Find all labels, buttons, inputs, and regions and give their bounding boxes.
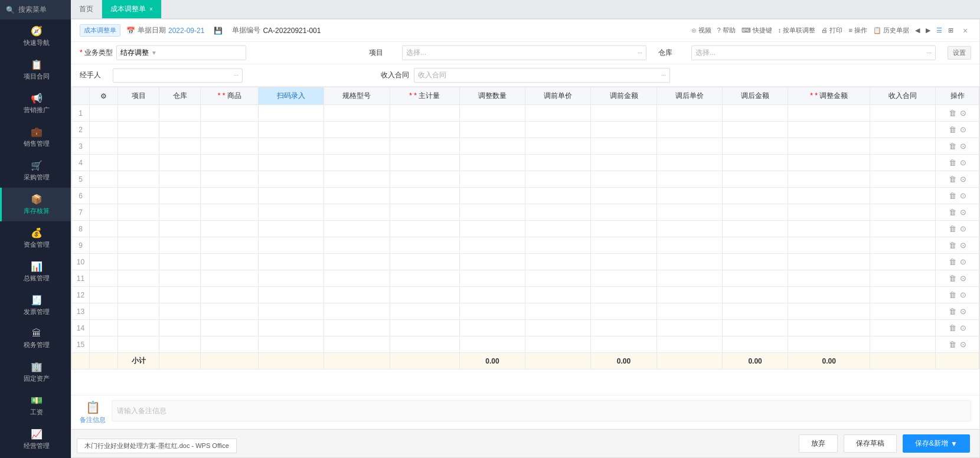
table-row[interactable]: 12 🗑 ⊙ bbox=[72, 287, 979, 303]
delete-icon-11[interactable]: 🗑 bbox=[949, 274, 956, 283]
cell-warehouse-3[interactable] bbox=[159, 138, 201, 155]
cell-scan-5[interactable] bbox=[258, 171, 324, 188]
copy-icon-11[interactable]: ⊙ bbox=[960, 274, 966, 283]
cell-unit-1[interactable] bbox=[390, 105, 459, 122]
cell-project-10[interactable] bbox=[117, 254, 159, 270]
sidebar-item-salary[interactable]: 💵工资 bbox=[0, 389, 71, 423]
copy-icon-1[interactable]: ⊙ bbox=[960, 109, 966, 117]
nav-next[interactable]: ▶ bbox=[926, 27, 930, 34]
cell-prev_unit_price-4[interactable] bbox=[525, 155, 591, 171]
cell-product-15[interactable] bbox=[201, 336, 259, 353]
cell-after_unit_price-11[interactable] bbox=[656, 270, 722, 287]
cell-spec-14[interactable] bbox=[324, 320, 390, 336]
sidebar-item-purchase-mgmt[interactable]: 🛒采购管理 bbox=[0, 154, 71, 188]
delete-icon-1[interactable]: 🗑 bbox=[949, 109, 956, 117]
cell-after_amount-5[interactable] bbox=[722, 171, 788, 188]
cell-settings-11[interactable] bbox=[90, 270, 118, 287]
cell-unit-6[interactable] bbox=[390, 188, 459, 204]
cell-product-6[interactable] bbox=[201, 188, 259, 204]
cell-after_amount-14[interactable] bbox=[722, 320, 788, 336]
cell-prev_amount-4[interactable] bbox=[591, 155, 656, 171]
cell-income_contract-8[interactable] bbox=[870, 221, 936, 237]
sidebar-item-project-contract[interactable]: 📋项目合同 bbox=[0, 53, 71, 87]
cell-adj_qty-6[interactable] bbox=[459, 188, 525, 204]
cell-project-15[interactable] bbox=[117, 336, 159, 353]
action-view2[interactable]: ⊞ bbox=[948, 27, 953, 34]
cell-warehouse-7[interactable] bbox=[159, 204, 201, 221]
cell-settings-8[interactable] bbox=[90, 221, 118, 237]
cell-spec-13[interactable] bbox=[324, 303, 390, 320]
cell-settings-5[interactable] bbox=[90, 171, 118, 188]
sidebar-item-quick-nav[interactable]: 🧭快速导航 bbox=[0, 19, 71, 53]
cell-income_contract-13[interactable] bbox=[870, 303, 936, 320]
copy-icon-6[interactable]: ⊙ bbox=[960, 191, 966, 200]
cell-unit-2[interactable] bbox=[390, 122, 459, 138]
cell-spec-9[interactable] bbox=[324, 237, 390, 254]
table-row[interactable]: 15 🗑 ⊙ bbox=[72, 336, 979, 353]
sidebar-item-invoice-mgmt[interactable]: 🧾发票管理 bbox=[0, 289, 71, 322]
table-row[interactable]: 7 🗑 ⊙ bbox=[72, 204, 979, 221]
cell-adj_amount-14[interactable] bbox=[788, 320, 870, 336]
cell-adj_amount-4[interactable] bbox=[788, 155, 870, 171]
cell-project-13[interactable] bbox=[117, 303, 159, 320]
cell-after_amount-9[interactable] bbox=[722, 237, 788, 254]
cell-prev_unit_price-1[interactable] bbox=[525, 105, 591, 122]
copy-icon-3[interactable]: ⊙ bbox=[960, 142, 966, 151]
copy-icon-10[interactable]: ⊙ bbox=[960, 257, 966, 266]
cell-unit-11[interactable] bbox=[390, 270, 459, 287]
table-row[interactable]: 14 🗑 ⊙ bbox=[72, 320, 979, 336]
cell-scan-15[interactable] bbox=[258, 336, 324, 353]
cell-prev_amount-11[interactable] bbox=[591, 270, 656, 287]
copy-icon-7[interactable]: ⊙ bbox=[960, 208, 966, 217]
delete-icon-4[interactable]: 🗑 bbox=[949, 158, 956, 167]
cell-product-9[interactable] bbox=[201, 237, 259, 254]
cell-income_contract-7[interactable] bbox=[870, 204, 936, 221]
cell-adj_amount-8[interactable] bbox=[788, 221, 870, 237]
cell-scan-13[interactable] bbox=[258, 303, 324, 320]
cell-adj_qty-3[interactable] bbox=[459, 138, 525, 155]
action-sync[interactable]: ↕ 按单联调整 bbox=[778, 26, 816, 35]
cell-spec-4[interactable] bbox=[324, 155, 390, 171]
table-row[interactable]: 8 🗑 ⊙ bbox=[72, 221, 979, 237]
cell-prev_amount-9[interactable] bbox=[591, 237, 656, 254]
taskbar-item[interactable]: 木门行业好业财处理方案-墨红红.doc - WPS Office bbox=[77, 439, 237, 453]
cell-adj_qty-2[interactable] bbox=[459, 122, 525, 138]
cell-product-3[interactable] bbox=[201, 138, 259, 155]
cell-spec-7[interactable] bbox=[324, 204, 390, 221]
cell-prev_amount-13[interactable] bbox=[591, 303, 656, 320]
cell-prev_unit_price-7[interactable] bbox=[525, 204, 591, 221]
cell-scan-9[interactable] bbox=[258, 237, 324, 254]
cell-product-5[interactable] bbox=[201, 171, 259, 188]
cell-prev_unit_price-9[interactable] bbox=[525, 237, 591, 254]
cell-after_unit_price-3[interactable] bbox=[656, 138, 722, 155]
copy-icon-13[interactable]: ⊙ bbox=[960, 307, 966, 316]
cell-warehouse-9[interactable] bbox=[159, 237, 201, 254]
cell-income_contract-5[interactable] bbox=[870, 171, 936, 188]
save-draft-button[interactable]: 保存草稿 bbox=[844, 434, 897, 453]
action-ops[interactable]: ≡ 操作 bbox=[848, 26, 867, 35]
cell-after_amount-10[interactable] bbox=[722, 254, 788, 270]
delete-icon-12[interactable]: 🗑 bbox=[949, 290, 956, 299]
cell-adj_qty-12[interactable] bbox=[459, 287, 525, 303]
cell-prev_amount-8[interactable] bbox=[591, 221, 656, 237]
cell-after_unit_price-12[interactable] bbox=[656, 287, 722, 303]
table-row[interactable]: 11 🗑 ⊙ bbox=[72, 270, 979, 287]
sidebar-item-fixed-assets[interactable]: 🏢固定资产 bbox=[0, 355, 71, 389]
cell-scan-6[interactable] bbox=[258, 188, 324, 204]
cell-adj_qty-4[interactable] bbox=[459, 155, 525, 171]
cell-after_amount-6[interactable] bbox=[722, 188, 788, 204]
delete-icon-10[interactable]: 🗑 bbox=[949, 257, 956, 266]
cell-income_contract-15[interactable] bbox=[870, 336, 936, 353]
cell-unit-12[interactable] bbox=[390, 287, 459, 303]
cell-after_unit_price-10[interactable] bbox=[656, 254, 722, 270]
business-type-input[interactable]: 结存调整 ▼ bbox=[116, 45, 246, 60]
cell-warehouse-11[interactable] bbox=[159, 270, 201, 287]
cell-unit-7[interactable] bbox=[390, 204, 459, 221]
cell-after_unit_price-13[interactable] bbox=[656, 303, 722, 320]
cell-adj_qty-7[interactable] bbox=[459, 204, 525, 221]
cell-prev_amount-2[interactable] bbox=[591, 122, 656, 138]
cell-spec-15[interactable] bbox=[324, 336, 390, 353]
sidebar-item-tax-mgmt[interactable]: 🏛税务管理 bbox=[0, 322, 71, 355]
notes-input[interactable]: 请输入备注信息 bbox=[112, 400, 971, 421]
cell-project-1[interactable] bbox=[117, 105, 159, 122]
